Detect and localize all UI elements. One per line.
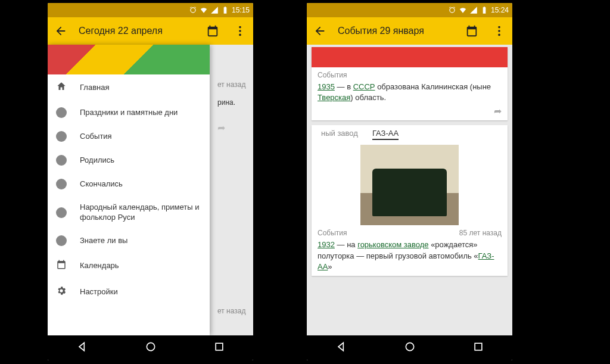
nav-home-button[interactable] [145,341,157,355]
nav-back-button[interactable] [76,341,88,355]
nav-home-button[interactable] [404,341,416,355]
drawer-header [48,45,210,74]
status-bar: 15:15 [48,3,253,17]
home-icon [56,81,67,94]
year-link[interactable]: 1932 [318,240,335,249]
main-content: ет назад рина. ➦ ет назад ГлавнаяПраздни… [48,45,253,335]
calendar-icon [56,259,67,272]
drawer-item-label: Родились [80,155,114,165]
drawer-item-label: Скончались [80,179,123,189]
back-button[interactable] [310,21,329,41]
nav-back-button[interactable] [335,341,347,355]
tab-factory[interactable]: ный завод [321,129,358,140]
drawer-item-6[interactable]: Знаете ли вы [48,229,210,253]
navigation-drawer: ГлавнаяПраздники и памятные дниСобытияРо… [48,45,210,335]
arrow-back-icon [54,24,67,38]
svg-point-7 [498,34,500,36]
drawer-item-label: Настройки [80,287,118,297]
more-vert-icon [234,24,247,38]
svg-rect-9 [475,343,482,350]
nav-recent-button[interactable] [472,341,484,355]
svg-point-3 [147,343,154,350]
bullet-icon [56,131,67,142]
card-category: События [318,229,347,237]
circle-home-icon [404,341,416,353]
years-ago: 85 лет назад [459,229,502,237]
bullet-icon [56,155,67,166]
alarm-icon [448,6,456,14]
drawer-item-label: События [80,132,112,141]
link-ussr[interactable]: СССР [353,82,375,91]
drawer-item-label: Народный календарь, приметы и фольклор Р… [80,203,201,222]
square-recent-icon [213,341,225,353]
svg-point-6 [498,30,500,32]
main-content: События 1935 — в СССР образована Калинин… [307,45,512,335]
triangle-back-icon [76,341,88,353]
app-bar: События 29 января [307,17,512,45]
wifi-icon [459,6,467,14]
bullet-icon [56,235,67,246]
card-body: 1935 — в СССР образована Калининская (ны… [318,82,502,103]
card-image-strip [312,47,508,67]
share-button[interactable]: ➦ [318,103,502,117]
event-card: ный завод ГАЗ-АА События 85 лет назад 19… [312,125,508,276]
year-link[interactable]: 1935 [318,82,335,91]
drawer-item-label: Календарь [80,261,119,270]
drawer-item-5[interactable]: Народный календарь, приметы и фольклор Р… [48,196,210,229]
bullet-icon [56,107,67,118]
alarm-icon [189,6,197,14]
status-time: 15:24 [491,6,509,14]
calendar-button[interactable] [203,21,222,41]
battery-icon [480,6,488,14]
share-icon[interactable]: ➦ [217,122,253,133]
drawer-item-label: Праздники и памятные дни [80,108,178,117]
page-title: События 29 января [338,26,454,36]
card-tabs: ный завод ГАЗ-АА [318,127,502,144]
battery-icon [221,6,229,14]
drawer-item-7[interactable]: Календарь [48,253,210,279]
svg-point-2 [239,34,241,36]
phone-right: 15:24 События 29 января События 1935 — в… [307,3,512,360]
drawer-item-2[interactable]: События [48,125,210,148]
arrow-back-icon [313,24,326,38]
link-gorky-plant[interactable]: горьковском заводе [357,240,428,249]
event-card: События 1935 — в СССР образована Калинин… [312,47,508,120]
link-tverskaya[interactable]: Тверская [318,93,350,102]
status-time: 15:15 [232,6,250,14]
square-recent-icon [472,341,484,353]
signal-icon [469,6,478,14]
overflow-button[interactable] [490,21,509,41]
wifi-icon [200,6,208,14]
gear-icon [56,285,67,298]
phone-left: 15:15 Сегодня 22 апреля ет назад рина. ➦… [48,3,253,360]
drawer-item-0[interactable]: Главная [48,74,210,101]
drawer-item-label: Знаете ли вы [80,236,127,245]
nav-recent-button[interactable] [213,341,225,355]
back-button[interactable] [51,21,70,41]
card-image [360,145,459,225]
page-title: Сегодня 22 апреля [79,26,195,36]
svg-rect-4 [216,343,223,350]
drawer-item-4[interactable]: Скончались [48,172,210,196]
svg-point-1 [239,30,241,32]
card-meta: События 85 лет назад [318,229,502,237]
triangle-back-icon [335,341,347,353]
svg-point-8 [406,343,413,350]
obscured-text: рина. [217,98,253,107]
overflow-button[interactable] [231,21,250,41]
drawer-item-8[interactable]: Настройки [48,279,210,305]
svg-point-5 [498,26,500,29]
bullet-icon [56,207,67,218]
tab-gaz-aa[interactable]: ГАЗ-АА [372,129,399,140]
card-body: 1932 — на горьковском заводе «рождается»… [318,239,502,272]
calendar-icon [465,24,478,38]
drawer-item-1[interactable]: Праздники и памятные дни [48,101,210,125]
drawer-item-label: Главная [80,83,109,92]
circle-home-icon [145,341,157,353]
status-bar: 15:24 [307,3,512,17]
drawer-item-3[interactable]: Родились [48,148,210,172]
calendar-icon [206,24,219,38]
obscured-text: ет назад [217,307,253,315]
calendar-button[interactable] [462,21,481,41]
svg-point-0 [239,26,241,29]
